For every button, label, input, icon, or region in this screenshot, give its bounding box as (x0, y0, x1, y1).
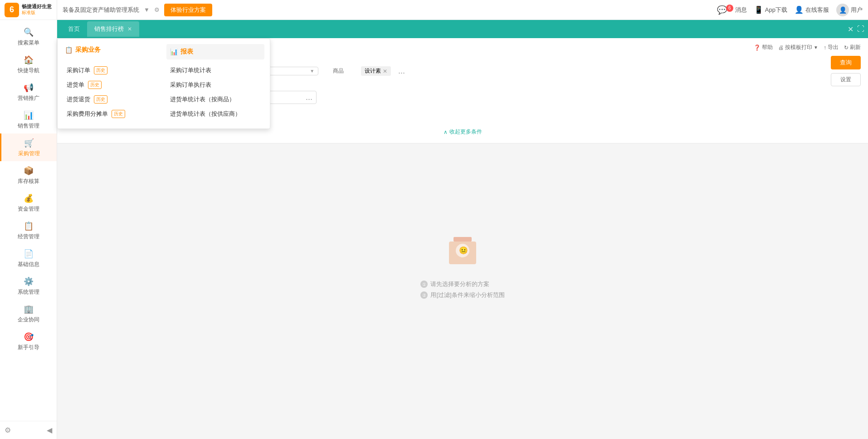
purchase-section-icon: 📋 (65, 46, 73, 54)
sidebar-label-newbie: 新手引导 (18, 344, 39, 351)
logo-main-text: 畅捷通好生意 (22, 4, 52, 10)
tab-close-icon[interactable]: ✕ (127, 26, 132, 32)
print-button[interactable]: 🖨 按模板打印 ▼ (778, 44, 818, 51)
top-bar-right: 💬 6 消息 📱 App下载 👤 在线客服 👤 用户 (717, 4, 863, 16)
goods-label: 商品 (333, 67, 356, 75)
sidebar-label-system: 系统管理 (18, 288, 39, 296)
menu-item-incoming-stats-goods[interactable]: 进货单统计表（按商品） (168, 92, 263, 107)
sidebar-footer: ⚙ ◀ (0, 421, 57, 439)
tab-bar: 首页 销售排行榜 ✕ ✕ ⛶ (57, 20, 868, 38)
print-dropdown-icon: ▼ (814, 45, 818, 50)
notification-badge: 6 (726, 5, 733, 12)
industry-button[interactable]: 体验行业方案 (164, 4, 212, 16)
sidebar-item-search[interactable]: 🔍 搜索菜单 (0, 23, 57, 50)
tab-sales-rank[interactable]: 销售排行榜 ✕ (87, 21, 139, 37)
report-section-icon: 📊 (170, 48, 178, 55)
sidebar-label-operations: 经营管理 (18, 233, 39, 241)
step2-text: 用[过滤]条件来缩小分析范围 (430, 291, 504, 299)
sidebar-item-purchase[interactable]: 🛒 采购管理 (0, 133, 57, 161)
query-button[interactable]: 查询 (831, 56, 861, 69)
cost-history: 历史 (112, 110, 125, 118)
menu-item-order-stats[interactable]: 采购订单统计表 (168, 63, 263, 78)
user-label: 用户 (851, 6, 863, 14)
goods-tag-close[interactable]: ✕ (383, 68, 387, 74)
query-btn-group: 查询 设置 (831, 56, 861, 86)
sidebar-settings-icon[interactable]: ⚙ (5, 426, 11, 434)
export-button[interactable]: ↑ 导出 (824, 44, 839, 51)
purchase-order-label: 采购订单 (67, 66, 90, 74)
salesperson-more-icon[interactable]: ... (306, 93, 312, 102)
sidebar-label-inventory: 库存核算 (18, 178, 39, 185)
service-icon: 👤 (795, 5, 804, 14)
sidebar-item-inventory[interactable]: 📦 库存核算 (0, 161, 57, 189)
incoming-label: 进货单 (67, 81, 84, 89)
app-download-item[interactable]: 📱 App下载 (754, 5, 787, 14)
top-bar-left: 装备及固定资产辅助管理系统 ▼ ⚙ 体验行业方案 (63, 4, 717, 16)
report-section-title: 报表 (180, 48, 193, 56)
logo-icon: 6 (5, 3, 19, 17)
sidebar-item-enterprise[interactable]: 🏢 企业协同 (0, 300, 57, 327)
empty-illustration: 😐 (440, 228, 485, 275)
notification-icon: 💬 (717, 5, 727, 15)
notification-item[interactable]: 💬 6 消息 (717, 5, 747, 15)
sidebar-item-marketing[interactable]: 📢 营销推广 (0, 78, 57, 106)
collapse-icon: ∧ (444, 129, 448, 135)
sidebar-label-enterprise: 企业协同 (18, 316, 39, 324)
tab-maximize-btn[interactable]: ⛶ (857, 25, 864, 33)
incoming-stats-goods-label: 进货单统计表（按商品） (170, 95, 235, 104)
order-stats-label: 采购订单统计表 (170, 66, 211, 74)
system-icon: ⚙️ (24, 276, 34, 286)
purchase-icon: 🛒 (24, 138, 34, 148)
sidebar-collapse-icon[interactable]: ◀ (47, 426, 52, 434)
sidebar-item-operations[interactable]: 📋 经营管理 (0, 217, 57, 244)
sidebar-nav: 🔍 搜索菜单 🏠 快捷导航 📢 营销推广 📊 销售管理 🛒 采购管理 📦 库存核… (0, 20, 57, 421)
sidebar-item-sales[interactable]: 📊 销售管理 (0, 106, 57, 133)
sidebar-item-finance[interactable]: 💰 资金管理 (0, 189, 57, 217)
menu-section-report: 📊 报表 采购订单统计表 采购订单执行表 进货单统计表（按商品） 进货单统计表（… (168, 46, 263, 121)
menu-item-cost[interactable]: 采购费用分摊单 历史 (65, 107, 159, 121)
svg-rect-1 (454, 237, 472, 242)
menu-item-return[interactable]: 进货退货 历史 (65, 92, 159, 107)
empty-step1: ① 请先选择要分析的方案 (420, 280, 489, 288)
sidebar-label-search: 搜索菜单 (18, 39, 39, 47)
sidebar-item-system[interactable]: ⚙️ 系统管理 (0, 272, 57, 300)
logo-text: 畅捷通好生意 标准版 (22, 4, 52, 16)
refresh-button[interactable]: ↻ 刷新 (844, 44, 861, 51)
topbar-settings-icon[interactable]: ⚙ (154, 6, 160, 13)
tab-sales-rank-label: 销售排行榜 (94, 25, 124, 33)
online-service-item[interactable]: 👤 在线客服 (795, 5, 829, 14)
report-section-header: 📊 报表 (166, 44, 264, 59)
tab-home[interactable]: 首页 (61, 21, 87, 37)
incoming-stats-supplier-label: 进货单统计表（按供应商） (170, 110, 241, 118)
menu-item-order-exec[interactable]: 采购订单执行表 (168, 78, 263, 92)
system-dropdown-icon[interactable]: ▼ (144, 6, 150, 13)
tab-close-btn[interactable]: ✕ (848, 25, 853, 34)
sales-icon: 📊 (24, 110, 34, 120)
help-button[interactable]: ❓ 帮助 (754, 44, 773, 51)
sidebar-label-marketing: 营销推广 (18, 94, 39, 102)
sidebar: 6 畅捷通好生意 标准版 🔍 搜索菜单 🏠 快捷导航 📢 营销推广 📊 销售管理… (0, 0, 57, 439)
sidebar-item-quicknav[interactable]: 🏠 快捷导航 (0, 50, 57, 78)
empty-state: 😐 ① 请先选择要分析的方案 ② 用[过滤]条件来缩小分析范围 (57, 143, 868, 384)
purchase-dropdown-menu: 📋 采购业务 采购订单 历史 进货单 历史 进货退货 历史 采购费用分摊单 历史… (57, 38, 270, 129)
tab-home-label: 首页 (68, 25, 80, 33)
settings-button[interactable]: 设置 (831, 73, 861, 86)
menu-item-incoming-stats-supplier[interactable]: 进货单统计表（按供应商） (168, 107, 263, 121)
sidebar-label-sales: 销售管理 (18, 122, 39, 130)
inventory-icon: 📦 (24, 166, 34, 176)
step1-text: 请先选择要分析的方案 (430, 280, 489, 288)
user-item[interactable]: 👤 用户 (836, 4, 863, 16)
goods-more-icon[interactable]: ... (398, 66, 405, 76)
order-exec-label: 采购订单执行表 (170, 81, 211, 89)
empty-svg: 😐 (440, 228, 485, 273)
svg-text:😐: 😐 (459, 246, 468, 255)
status-dropdown-icon: ▼ (310, 69, 314, 74)
purchase-order-history: 历史 (94, 66, 107, 74)
menu-item-incoming[interactable]: 进货单 历史 (65, 78, 159, 92)
sidebar-item-basic[interactable]: 📄 基础信息 (0, 244, 57, 272)
finance-icon: 💰 (24, 193, 34, 203)
sidebar-item-newbie[interactable]: 🎯 新手引导 (0, 327, 57, 355)
purchase-section-header: 📋 采购业务 (65, 46, 159, 58)
step2-num: ② (420, 291, 428, 299)
menu-item-purchase-order[interactable]: 采购订单 历史 (65, 63, 159, 78)
